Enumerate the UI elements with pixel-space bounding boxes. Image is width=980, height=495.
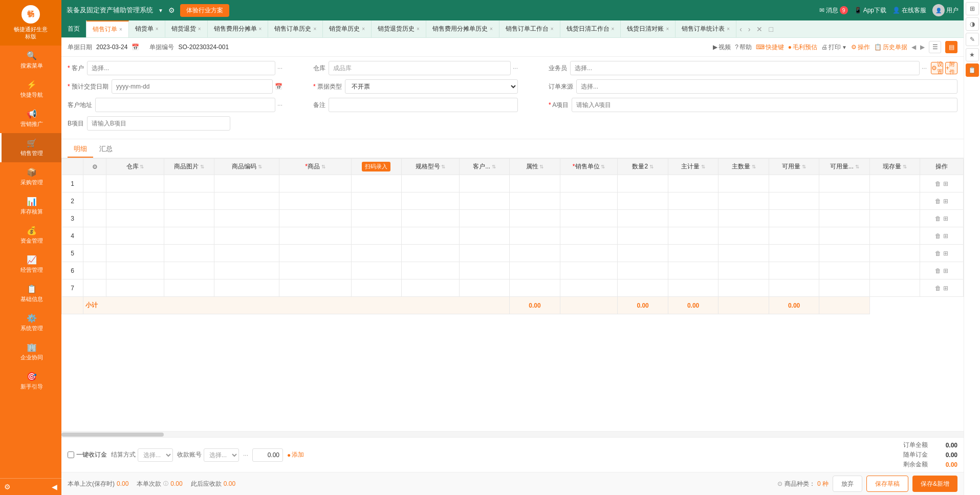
invoice-select[interactable]: 不开票 增值税普通发票 增值税专用发票 bbox=[345, 79, 518, 94]
rs-btn-1[interactable]: ⊞ bbox=[966, 2, 979, 15]
scan-btn[interactable]: 扫码录入 bbox=[362, 162, 390, 171]
topbar-chevron-icon[interactable]: ▼ bbox=[158, 8, 163, 13]
discard-button[interactable]: 放弃 bbox=[833, 476, 862, 492]
b-project-input[interactable] bbox=[87, 116, 230, 131]
tabbar-nav-1[interactable]: › bbox=[745, 25, 754, 33]
sidebar-item-finance[interactable]: 💰资金管理 bbox=[0, 221, 61, 250]
tabbar-nav-0[interactable]: ‹ bbox=[736, 25, 745, 33]
tab-creditdaily[interactable]: 钱货日清工作台× bbox=[560, 20, 621, 38]
settlement-select[interactable]: 选择... bbox=[138, 448, 173, 462]
form-settings-btn[interactable]: ⚙ 设置 bbox=[931, 62, 943, 74]
arrow-left-icon[interactable]: ◀ bbox=[911, 44, 916, 51]
profit-btn[interactable]: ● 毛利预估 bbox=[788, 43, 817, 52]
user-item[interactable]: 👤 用户 bbox=[932, 4, 959, 16]
add-button[interactable]: ● 添加 bbox=[287, 450, 304, 459]
tab-salessummary[interactable]: 销售订单统计表× bbox=[676, 20, 736, 38]
sidebar-item-marketing[interactable]: 📢营销推广 bbox=[0, 104, 61, 133]
account-expand-icon[interactable]: ··· bbox=[243, 451, 248, 459]
sidebar-item-newbie[interactable]: 🎯新手引导 bbox=[0, 367, 61, 396]
delivery-calendar-icon[interactable]: 📅 bbox=[275, 83, 282, 90]
save-new-button[interactable]: 保存&新增 bbox=[912, 476, 957, 492]
tab-salesorder[interactable]: 销售订单× bbox=[86, 20, 129, 38]
tab-salesorderhistory[interactable]: 销售订单历史× bbox=[268, 20, 323, 38]
list-view-btn[interactable]: ▤ bbox=[945, 41, 957, 53]
collapse-icon[interactable]: ◀ bbox=[52, 483, 57, 491]
row-delete-icon[interactable]: 🗑 bbox=[935, 180, 941, 187]
subtab-detail[interactable]: 明细 bbox=[68, 141, 93, 158]
app-download-item[interactable]: 📱 App下载 bbox=[854, 6, 886, 15]
row-delete-icon[interactable]: 🗑 bbox=[935, 198, 941, 205]
help-btn[interactable]: ? 帮助 bbox=[735, 43, 752, 52]
calendar-icon[interactable]: 📅 bbox=[132, 44, 139, 51]
sidebar-item-company[interactable]: 🏢企业协同 bbox=[0, 337, 61, 367]
tab-close-creditreconcile[interactable]: × bbox=[666, 26, 669, 32]
row-delete-icon[interactable]: 🗑 bbox=[935, 232, 941, 240]
grid-view-btn[interactable]: ☰ bbox=[929, 41, 941, 53]
sidebar-item-purchase[interactable]: 📦采购管理 bbox=[0, 162, 61, 191]
row-copy-icon[interactable]: ⊞ bbox=[943, 215, 948, 222]
row-copy-icon[interactable]: ⊞ bbox=[943, 267, 948, 274]
account-select[interactable]: 选择... bbox=[204, 448, 239, 462]
warehouse-expand-icon[interactable]: ··· bbox=[513, 64, 518, 72]
row-copy-icon[interactable]: ⊞ bbox=[943, 198, 948, 205]
staff-input[interactable] bbox=[570, 61, 920, 75]
shortcut-btn[interactable]: ⌨ 快捷键 bbox=[756, 43, 784, 52]
row-copy-icon[interactable]: ⊞ bbox=[943, 232, 948, 240]
tab-close-creditdaily[interactable]: × bbox=[612, 26, 615, 32]
staff-expand-icon[interactable]: ··· bbox=[922, 64, 927, 72]
sidebar-item-quicknav[interactable]: ⚡快捷导航 bbox=[0, 75, 61, 104]
tab-close-salesorderhistory[interactable]: × bbox=[313, 26, 316, 32]
topbar-gear-icon[interactable]: ⚙ bbox=[168, 6, 175, 14]
a-project-input[interactable] bbox=[572, 98, 957, 112]
tab-close-salesreturn[interactable]: × bbox=[198, 26, 201, 32]
tab-salesexpensehistory[interactable]: 销售费用分摊单历史× bbox=[426, 20, 499, 38]
tab-salesreturn[interactable]: 销货退货× bbox=[165, 20, 208, 38]
print-btn[interactable]: 🖨 打印 ▼ bbox=[821, 43, 847, 52]
sidebar-item-operations[interactable]: 📈经营管理 bbox=[0, 250, 61, 279]
tab-close-salesnote[interactable]: × bbox=[156, 26, 159, 32]
settings-icon[interactable]: ⚙ bbox=[4, 483, 11, 491]
sidebar-item-search[interactable]: 🔍搜索菜单 bbox=[0, 46, 61, 75]
tab-creditreconcile[interactable]: 钱货日清对账× bbox=[621, 20, 676, 38]
tab-close-salesexpense[interactable]: × bbox=[259, 26, 262, 32]
tab-close-salesorder[interactable]: × bbox=[119, 27, 122, 32]
service-item[interactable]: 👤 在线客服 bbox=[892, 6, 926, 15]
tab-home[interactable]: 首页 bbox=[61, 20, 86, 38]
subtab-summary[interactable]: 汇总 bbox=[93, 141, 119, 158]
row-delete-icon[interactable]: 🗑 bbox=[935, 285, 941, 292]
tab-close-salessummary[interactable]: × bbox=[727, 26, 730, 32]
addr-expand-icon[interactable]: ··· bbox=[277, 101, 282, 109]
sidebar-item-base[interactable]: 📋基础信息 bbox=[0, 279, 61, 308]
solution-button[interactable]: 体验行业方案 bbox=[180, 4, 229, 17]
operation-btn[interactable]: ⚙ 操作 bbox=[851, 43, 870, 52]
delivery-date-input[interactable] bbox=[112, 79, 273, 94]
remark-input[interactable] bbox=[329, 98, 518, 112]
arrow-right-icon[interactable]: ▶ bbox=[920, 44, 925, 51]
row-delete-icon[interactable]: 🗑 bbox=[935, 250, 941, 257]
customer-addr-input[interactable] bbox=[95, 98, 275, 112]
attach-btn[interactable]: + 附件 bbox=[945, 62, 957, 74]
tab-salesexpense[interactable]: 销售费用分摊单× bbox=[208, 20, 269, 38]
tab-close-salesreturnhistory[interactable]: × bbox=[417, 26, 420, 32]
customer-input[interactable] bbox=[87, 61, 275, 75]
col-header-gear[interactable]: ⚙ bbox=[83, 159, 106, 175]
amount-input[interactable] bbox=[252, 448, 283, 462]
row-delete-icon[interactable]: 🗑 bbox=[935, 215, 941, 222]
sidebar-item-sales[interactable]: 🛒销售管理 bbox=[0, 133, 61, 162]
one-click-checkbox[interactable] bbox=[68, 451, 74, 458]
tab-close-salesworkbench[interactable]: × bbox=[551, 26, 554, 32]
row-copy-icon[interactable]: ⊞ bbox=[943, 250, 948, 257]
tab-close-salesnotehistory[interactable]: × bbox=[362, 26, 365, 32]
rs-btn-3[interactable]: ✎ bbox=[966, 33, 979, 46]
order-source-input[interactable] bbox=[576, 79, 957, 94]
tab-salesworkbench[interactable]: 销售订单工作台× bbox=[499, 20, 560, 38]
sidebar-item-inventory[interactable]: 📊库存核算 bbox=[0, 191, 61, 221]
tab-salesnote[interactable]: 销货单× bbox=[129, 20, 165, 38]
view-btn[interactable]: ▶ 视频 bbox=[713, 43, 731, 52]
tab-salesreturnhistory[interactable]: 销货退货历史× bbox=[372, 20, 426, 38]
rs-btn-2[interactable]: ◑ bbox=[966, 17, 979, 31]
row-copy-icon[interactable]: ⊞ bbox=[943, 180, 948, 187]
rs-btn-4[interactable]: ★ bbox=[966, 48, 979, 61]
scroll-row[interactable] bbox=[61, 431, 964, 437]
rs-btn-5[interactable]: 📋 bbox=[966, 63, 979, 77]
